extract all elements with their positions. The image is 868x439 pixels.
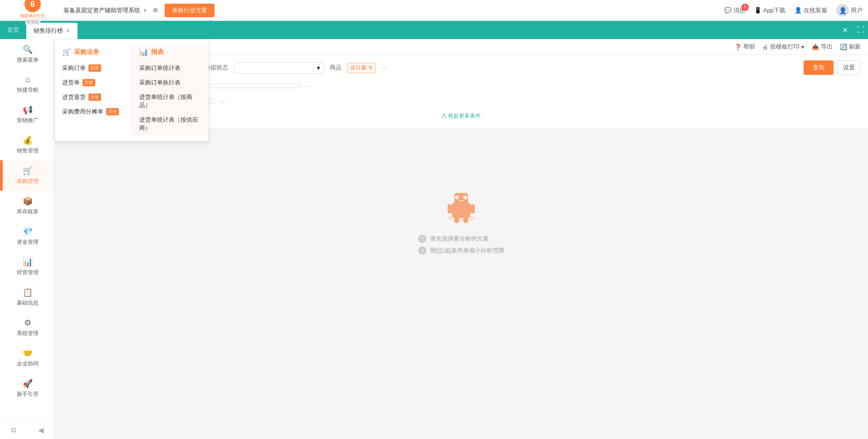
salesperson-select[interactable]: [210, 84, 301, 88]
sidebar-item-purchase[interactable]: 🛒 采购管理: [0, 160, 54, 191]
goods-return-history: 历史: [88, 94, 101, 101]
customer-ellipsis[interactable]: ···: [220, 97, 226, 104]
app-download-button[interactable]: 📱 App下载: [754, 6, 785, 15]
sidebar-label-marketing: 营销推广: [17, 117, 39, 124]
purchase-section-icon: 🛒: [62, 48, 71, 56]
sidebar-label-guide: 新手引导: [17, 390, 39, 398]
export-button[interactable]: 📤 导出: [812, 43, 833, 51]
print-dropdown-icon[interactable]: ▾: [801, 44, 805, 50]
app-download-label: App下载: [763, 6, 785, 15]
export-label: 导出: [821, 43, 833, 51]
topbar: 6 畅捷通好生意 标准版 装备及固定资产辅助管理系统 ▾ ⚙ 体验行业方案 💬 …: [0, 0, 868, 21]
goods-tag: 设计素 ✕: [347, 63, 376, 73]
sidebar-item-quick-nav[interactable]: ⌂ 快捷导航: [0, 69, 54, 99]
system-name-area: 装备及固定资产辅助管理系统 ▾ ⚙: [63, 5, 161, 16]
sidebar-item-operations[interactable]: 📊 经营管理: [0, 252, 54, 282]
guide-icon: 🚀: [23, 379, 33, 389]
purchase-icon: 🛒: [23, 166, 33, 176]
goods-tag-value: 设计素: [350, 64, 366, 72]
message-badge: 5: [741, 4, 749, 11]
sidebar-label-base-info: 基础信息: [17, 299, 39, 307]
dropdown-item-goods-return[interactable]: 进货退货 历史: [59, 90, 128, 104]
finance-icon: 💎: [23, 227, 33, 237]
salesperson-ellipsis[interactable]: ···: [306, 82, 312, 89]
print-button[interactable]: 🖨 按模板打印 ▾: [762, 43, 805, 51]
sidebar-item-sales[interactable]: 💰 销售管理: [0, 130, 54, 160]
reports-section-title: 报表: [151, 48, 164, 56]
empty-tip-1: 1 请先选择要分析的方案: [418, 235, 504, 243]
empty-tip-2: 2 用[过滤]条件来缩小分析范围: [418, 247, 504, 255]
dropdown-col-reports: 📊 报表 采购订单统计表 采购订单执行表 进货单统计表（按商品） 进货单统计表（…: [132, 45, 209, 135]
dropdown-col-title-purchase: 🛒 采购业务: [59, 45, 128, 59]
logo-icon: 6: [24, 0, 41, 12]
dropdown-item-goods-stats-supplier[interactable]: 进货单统计表（按供应商）: [136, 113, 205, 135]
svg-point-8: [464, 197, 466, 198]
home-icon: ⌂: [25, 75, 30, 84]
message-button[interactable]: 💬 消息 5: [724, 6, 745, 15]
status-select[interactable]: ▾: [234, 62, 324, 74]
query-button[interactable]: 查询: [804, 60, 834, 75]
tabbar-close-all[interactable]: ✕: [837, 21, 853, 39]
marketing-icon: 📢: [23, 105, 33, 115]
tip-num-1: 1: [418, 235, 426, 243]
logo: 6 畅捷通好生意 标准版: [5, 0, 60, 25]
sidebar-settings-btn[interactable]: ⚙: [10, 426, 17, 434]
industry-button[interactable]: 体验行业方案: [165, 4, 215, 17]
sidebar-item-marketing[interactable]: 📢 营销推广: [0, 99, 54, 130]
online-service-button[interactable]: 👤 在线客服: [795, 6, 827, 15]
goods-label: 商品: [330, 64, 341, 72]
print-label: 按模板打印: [770, 43, 800, 51]
purchase-cost-label: 采购费用分摊单: [62, 108, 103, 116]
dropdown-item-order-stats[interactable]: 采购订单统计表: [136, 61, 205, 75]
tab-home-label: 首页: [7, 26, 19, 34]
logo-line1: 畅捷通好生意: [20, 13, 45, 19]
sidebar-item-finance[interactable]: 💎 资金管理: [0, 221, 54, 252]
tab-close-icon[interactable]: ✕: [66, 28, 70, 34]
order-exec-label: 采购订单执行表: [139, 79, 180, 87]
dropdown-col-purchase: 🛒 采购业务 采购订单 历史 进货单 历史 进货退货 历史 采购费用分摊单 历史: [55, 45, 132, 135]
svg-rect-12: [454, 217, 459, 223]
dropdown-item-goods-stats-product[interactable]: 进货单统计表（按商品）: [136, 90, 205, 113]
settings-icon[interactable]: ⚙: [150, 5, 161, 16]
refresh-button[interactable]: 🔄 刷新: [840, 43, 861, 51]
base-info-icon: 📋: [23, 287, 33, 297]
expand-icon: ⛶: [857, 26, 864, 34]
export-icon: 📤: [812, 44, 819, 50]
sidebar-label-enterprise: 企业协同: [17, 360, 39, 368]
goods-tag-close[interactable]: ✕: [368, 64, 373, 71]
system-arrow-icon[interactable]: ▾: [144, 7, 146, 14]
sidebar-item-guide[interactable]: 🚀 新手引导: [0, 373, 54, 404]
dropdown-item-purchase-order[interactable]: 采购订单 历史: [59, 61, 128, 75]
dropdown-item-purchase-cost[interactable]: 采购费用分摊单 历史: [59, 104, 128, 119]
sidebar-collapse-btn[interactable]: ◀: [38, 426, 44, 434]
settings-button[interactable]: 设置: [837, 60, 861, 75]
sidebar-item-base-info[interactable]: 📋 基础信息: [0, 282, 54, 312]
sidebar-item-inventory[interactable]: 📦 库存核算: [0, 191, 54, 221]
system-icon: ⚙: [24, 318, 31, 328]
help-button[interactable]: ❓ 帮助: [734, 43, 755, 51]
purchase-order-history: 历史: [88, 64, 101, 72]
svg-rect-13: [463, 217, 468, 223]
dropdown-item-goods-receipt[interactable]: 进货单 历史: [59, 75, 128, 90]
tabbar-expand[interactable]: ⛶: [853, 21, 868, 39]
goods-ellipsis[interactable]: ···: [381, 64, 387, 71]
sidebar-item-system[interactable]: ⚙ 系统管理: [0, 312, 54, 343]
avatar: 👤: [836, 4, 849, 17]
sidebar-item-search[interactable]: 🔍 搜索菜单: [0, 39, 54, 69]
sidebar-bottom: ⚙ ◀: [0, 421, 54, 439]
sidebar: 🔍 搜索菜单 ⌂ 快捷导航 📢 营销推广 💰 销售管理 🛒 采购管理 📦 库存核…: [0, 39, 54, 439]
dropdown-cols: 🛒 采购业务 采购订单 历史 进货单 历史 进货退货 历史 采购费用分摊单 历史: [55, 45, 208, 135]
user-area[interactable]: 👤 用户: [836, 4, 863, 17]
sales-icon: 💰: [23, 135, 33, 145]
goods-return-label: 进货退货: [62, 93, 86, 101]
dropdown-item-order-exec[interactable]: 采购订单执行表: [136, 75, 205, 90]
sidebar-item-enterprise[interactable]: 🤝 企业协同: [0, 343, 54, 373]
tab-sales-rank[interactable]: 销售排行榜 ✕: [26, 23, 78, 39]
system-name: 装备及固定资产辅助管理系统: [63, 6, 140, 15]
tabbar: 首页 销售排行榜 ✕ ✕ ⛶: [0, 21, 868, 39]
svg-point-7: [456, 197, 458, 198]
logo-line2: 标准版: [25, 19, 40, 25]
dropdown-col-title-reports: 📊 报表: [136, 45, 205, 59]
sidebar-label-inventory: 库存核算: [17, 208, 39, 216]
refresh-label: 刷新: [849, 43, 861, 51]
